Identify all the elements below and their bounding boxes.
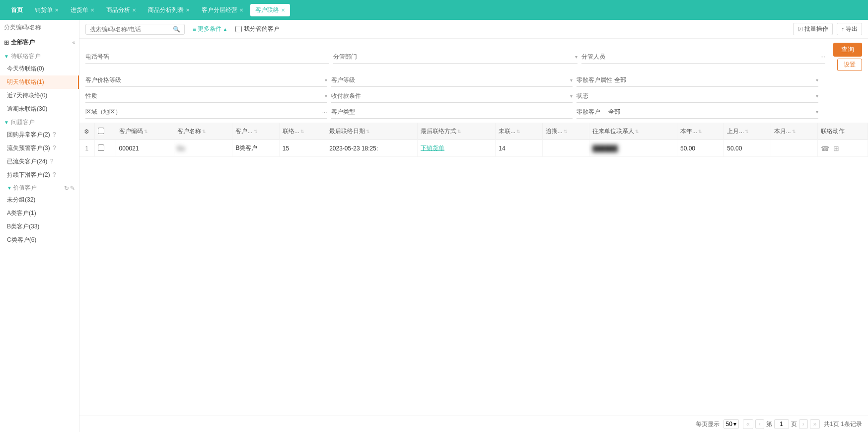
th-overdue[interactable]: 逾期... ⇅ xyxy=(542,123,589,140)
retail-attr-select[interactable]: 全部 ▾ xyxy=(614,76,818,84)
select-all-checkbox[interactable] xyxy=(98,128,104,134)
prev-page-btn[interactable]: ‹ xyxy=(755,419,764,429)
sidebar-item-declining[interactable]: 持续下滑客户(2) ? xyxy=(0,168,79,182)
c-class-label: C类客户(6) xyxy=(7,236,36,243)
nav-purchase-order[interactable]: 进货单 ✕ xyxy=(66,4,99,16)
refresh-icon[interactable]: ↻ xyxy=(64,185,69,192)
dept-select[interactable]: ▾ xyxy=(365,54,577,60)
sidebar-item-overdue[interactable]: 逾期未联络(30) xyxy=(0,102,79,116)
filter-more-btn[interactable]: ≡ 更多条件 ▲ xyxy=(189,23,231,35)
grid-action-icon[interactable]: ⊞ xyxy=(833,144,839,152)
sidebar-item-tomorrow[interactable]: 明天待联络(1) xyxy=(0,75,79,89)
th-this-month[interactable]: 本月... ⇅ xyxy=(771,123,817,140)
gender-select[interactable]: ▾ xyxy=(117,93,327,99)
td-checkbox[interactable] xyxy=(94,140,116,157)
region-label: 区域（地区） xyxy=(85,108,121,116)
export-btn[interactable]: ↑ 导出 xyxy=(837,23,862,35)
th-last-date[interactable]: 最后联络日期 ⇅ xyxy=(326,123,418,140)
th-unlinked[interactable]: 未联... ⇅ xyxy=(496,123,542,140)
settings-btn[interactable]: 设置 xyxy=(837,59,862,71)
sidebar-item-a-class[interactable]: A类客户(1) xyxy=(0,207,79,220)
last-method-link[interactable]: 下销货单 xyxy=(421,144,444,151)
th-last-method[interactable]: 最后联络方式 ⇅ xyxy=(418,123,496,140)
phone-action-icon[interactable]: ☎ xyxy=(821,144,829,152)
query-btn[interactable]: 查询 xyxy=(833,43,862,57)
th-contact-count-label: 联络... xyxy=(283,127,299,136)
th-code[interactable]: 客户编码 ⇅ xyxy=(116,123,174,140)
sidebar-item-churn-warning[interactable]: 流失预警客户(3) ? xyxy=(0,142,79,155)
value-group-label: 价值客户 xyxy=(13,184,37,192)
nav-sales-close-icon[interactable]: ✕ xyxy=(55,7,59,13)
th-name[interactable]: 客户名称 ⇅ xyxy=(174,123,232,140)
nav-product-analysis-close-icon[interactable]: ✕ xyxy=(132,7,136,13)
my-customers-checkbox-label[interactable]: 我分管的客户 xyxy=(235,25,280,33)
edit-icon[interactable]: ✎ xyxy=(70,185,75,192)
retail-attr-caret: ▾ xyxy=(816,77,818,83)
nav-customer-segmentation[interactable]: 客户分层经营 ✕ xyxy=(197,4,248,16)
sort-icon-method: ⇅ xyxy=(457,129,461,134)
sidebar-item-7days[interactable]: 近7天待联络(0) xyxy=(0,89,79,102)
info-icon4: ? xyxy=(53,171,56,178)
main-layout: 🔍 ⊞ 全部客户 « ▼ 待联络客户 今天待联络(0) 明天待联络(1) 近7天… xyxy=(0,20,868,432)
price-grade-caret: ▾ xyxy=(325,77,327,83)
gear-icon[interactable]: ⚙ xyxy=(84,128,89,135)
sidebar-value-group: ▼ 价值客户 ↻ ✎ xyxy=(0,182,79,193)
nav-product-list-close-icon[interactable]: ✕ xyxy=(186,7,190,13)
nav-home[interactable]: 首页 xyxy=(6,4,28,16)
sidebar-item-ungrouped[interactable]: 未分组(32) xyxy=(0,193,79,207)
th-related-contact[interactable]: 往来单位联系人 ⇅ xyxy=(589,123,677,140)
sidebar-item-b-class[interactable]: B类客户(33) xyxy=(0,220,79,233)
person-input[interactable] xyxy=(613,53,818,60)
sidebar-search-input[interactable] xyxy=(4,24,78,31)
next-page-btn[interactable]: › xyxy=(799,419,808,429)
td-related-contact: ██████ xyxy=(589,140,677,157)
sidebar-all-customers[interactable]: ⊞ 全部客户 « xyxy=(0,35,79,50)
th-this-year-label: 本年... xyxy=(680,127,697,136)
nav-customer-seg-close-icon[interactable]: ✕ xyxy=(239,7,243,13)
retail-customer-select[interactable]: 全部 ▾ xyxy=(608,108,818,116)
row-checkbox[interactable] xyxy=(98,144,104,151)
collapse-icon[interactable]: « xyxy=(72,40,75,45)
th-checkbox[interactable] xyxy=(94,123,116,140)
th-last-month[interactable]: 上月... ⇅ xyxy=(724,123,771,140)
my-customers-checkbox[interactable] xyxy=(235,26,242,32)
payment-select[interactable]: ▾ xyxy=(363,93,573,99)
td-last-method[interactable]: 下销货单 xyxy=(418,140,496,157)
toolbar: 🔍 ≡ 更多条件 ▲ 我分管的客户 ☑ 批量操作 ↑ 导出 xyxy=(79,20,868,39)
nav-purchase-close-icon[interactable]: ✕ xyxy=(90,7,94,13)
th-gear[interactable]: ⚙ xyxy=(79,123,94,140)
phone-input[interactable] xyxy=(117,53,329,60)
sidebar-item-churned[interactable]: 已流失客户(24) ? xyxy=(0,155,79,168)
per-page-select[interactable]: 50 ▾ xyxy=(723,419,739,429)
toolbar-search-input[interactable] xyxy=(90,26,171,33)
region-more-icon[interactable]: ··· xyxy=(322,109,327,116)
batch-operation-btn[interactable]: ☑ 批量操作 xyxy=(793,23,833,35)
gender-label: 性质 xyxy=(85,92,115,100)
th-contact-count[interactable]: 联络... ⇅ xyxy=(279,123,326,140)
customer-grade-select[interactable]: ▾ xyxy=(363,77,573,83)
nav-product-analysis-list[interactable]: 商品分析列表 ✕ xyxy=(143,4,195,16)
nav-customer-contact[interactable]: 客户联络 ✕ xyxy=(250,4,290,16)
price-grade-select[interactable]: ▾ xyxy=(123,77,327,83)
region-input[interactable] xyxy=(123,109,320,116)
info-icon3: ? xyxy=(50,158,54,165)
overdue-label: 逾期未联络(30) xyxy=(7,105,47,112)
nav-product-analysis[interactable]: 商品分析 ✕ xyxy=(101,4,141,16)
page-input[interactable] xyxy=(774,419,789,429)
nav-customer-contact-close-icon[interactable]: ✕ xyxy=(281,7,285,13)
th-customer-type[interactable]: 客户... ⇅ xyxy=(232,123,279,140)
person-more-icon[interactable]: ··· xyxy=(820,53,825,60)
nav-sales-order[interactable]: 销货单 ✕ xyxy=(30,4,64,16)
th-unlinked-label: 未联... xyxy=(499,127,515,136)
sort-icon-type: ⇅ xyxy=(254,129,258,134)
toolbar-search-icon[interactable]: 🔍 xyxy=(173,26,180,33)
status-select[interactable]: ▾ xyxy=(608,93,818,99)
sidebar-item-c-class[interactable]: C类客户(6) xyxy=(0,233,79,247)
th-this-year[interactable]: 本年... ⇅ xyxy=(677,123,723,140)
top-nav: 首页 销货单 ✕ 进货单 ✕ 商品分析 ✕ 商品分析列表 ✕ 客户分层经营 ✕ … xyxy=(0,0,868,20)
th-overdue-label: 逾期... xyxy=(546,127,563,136)
first-page-btn[interactable]: « xyxy=(743,419,753,429)
sidebar-item-repurchase-abnormal[interactable]: 回购异常客户(2) ? xyxy=(0,128,79,142)
sidebar-item-today[interactable]: 今天待联络(0) xyxy=(0,62,79,75)
last-page-btn[interactable]: » xyxy=(810,419,820,429)
